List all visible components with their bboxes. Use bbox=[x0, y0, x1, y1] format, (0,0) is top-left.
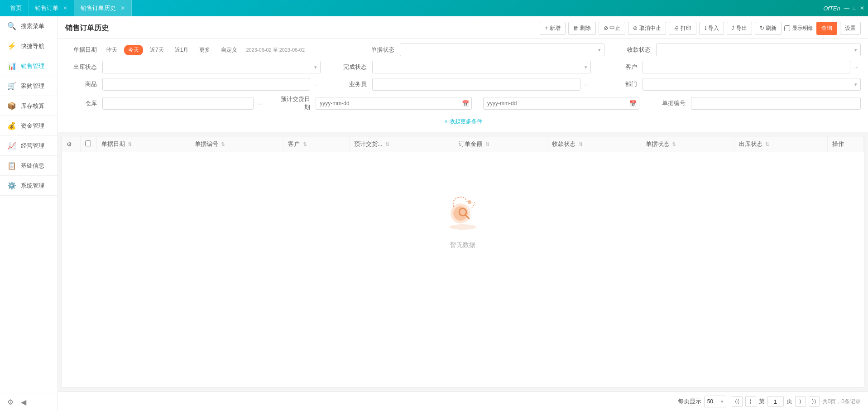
date-tag-more[interactable]: 更多 bbox=[195, 45, 214, 55]
filter-row-1: 单据日期 昨天 今天 近7天 近1月 更多 自定义 2023-06-02 至 2… bbox=[65, 44, 861, 56]
per-page-select[interactable]: 10 20 50 100 bbox=[704, 396, 726, 407]
warehouse-ellipsis[interactable]: ··· bbox=[255, 100, 264, 107]
cancel-stop-button[interactable]: ⊘ 取消中止 bbox=[628, 22, 666, 35]
date-range-text: 2023-06-02 至 2023-06-02 bbox=[246, 47, 305, 53]
complete-status-select[interactable] bbox=[372, 61, 590, 73]
sidebar-item-operations[interactable]: 📈 经营管理 bbox=[0, 136, 58, 156]
new-button[interactable]: + 新增 bbox=[540, 22, 565, 35]
sidebar-item-quicknav-label: 快捷导航 bbox=[21, 42, 44, 50]
th-receipt-status-sort: ⇅ bbox=[579, 141, 583, 147]
delete-button[interactable]: 🗑 删除 bbox=[568, 22, 596, 35]
th-docno[interactable]: 单据编号 ⇅ bbox=[190, 136, 283, 152]
collapse-filters-button[interactable]: ∧ 收起更多条件 bbox=[442, 116, 484, 127]
refresh-button[interactable]: ↻ 刷新 bbox=[755, 22, 782, 35]
per-page-label: 每页显示 bbox=[678, 397, 701, 406]
tab-sales-order[interactable]: 销售订单 ✕ bbox=[29, 0, 74, 16]
minimize-icon[interactable]: — bbox=[844, 5, 849, 11]
tab-sales-order-history-close[interactable]: ✕ bbox=[120, 5, 125, 11]
status-select[interactable] bbox=[400, 44, 604, 56]
filter-row-3: 商品 ··· 业务员 ··· 部门 bbox=[65, 78, 861, 91]
th-customer[interactable]: 客户 ⇅ bbox=[283, 136, 349, 152]
settings-button[interactable]: 设置 bbox=[840, 22, 861, 35]
page-prev-button[interactable]: ⟨ bbox=[745, 396, 756, 407]
customer-ellipsis[interactable]: ··· bbox=[852, 64, 861, 71]
settings-gear-icon[interactable]: ⚙ bbox=[67, 141, 72, 148]
sidebar-item-quicknav[interactable]: ⚡ 快捷导航 bbox=[0, 36, 58, 56]
data-table: ⚙ 单据日期 ⇅ 单据编号 ⇅ bbox=[62, 136, 864, 285]
date-tag-1month[interactable]: 近1月 bbox=[171, 45, 193, 55]
department-wrapper[interactable] bbox=[643, 78, 861, 91]
date-from-wrapper[interactable]: 📅 bbox=[316, 97, 472, 110]
settings-bottom-icon[interactable]: ⚙ bbox=[7, 398, 14, 406]
th-checkbox[interactable] bbox=[80, 136, 96, 152]
tab-home[interactable]: 首页 bbox=[4, 0, 29, 16]
page-first-button[interactable]: ⟨⟨ bbox=[732, 396, 743, 407]
collapse-sidebar-icon[interactable]: ◀ bbox=[21, 398, 26, 406]
th-outbound-status[interactable]: 出库状态 ⇅ bbox=[734, 136, 827, 152]
th-delivery[interactable]: 预计交货... ⇅ bbox=[349, 136, 454, 152]
date-input-pair: 📅 — 📅 bbox=[316, 97, 639, 110]
sidebar-item-system[interactable]: ⚙️ 系统管理 bbox=[0, 176, 58, 196]
sidebar-item-purchase-label: 采购管理 bbox=[21, 82, 44, 90]
th-date-label: 单据日期 bbox=[101, 140, 125, 147]
close-window-icon[interactable]: ✕ bbox=[860, 5, 864, 11]
query-button[interactable]: 查询 bbox=[816, 22, 837, 35]
outbound-status-wrapper[interactable] bbox=[102, 61, 321, 73]
date-tag-custom[interactable]: 自定义 bbox=[217, 45, 241, 55]
department-select[interactable] bbox=[643, 78, 861, 91]
sidebar-item-finance[interactable]: 💰 资金管理 bbox=[0, 116, 58, 136]
product-input[interactable] bbox=[102, 78, 310, 91]
th-amount-label: 订单金额 bbox=[459, 140, 482, 147]
date-to-input[interactable] bbox=[483, 97, 639, 110]
salesperson-input[interactable] bbox=[372, 78, 580, 91]
customer-input[interactable] bbox=[643, 61, 850, 73]
th-date[interactable]: 单据日期 ⇅ bbox=[96, 136, 190, 152]
show-detail-checkbox[interactable] bbox=[784, 25, 790, 31]
date-tag-today[interactable]: 今天 bbox=[124, 45, 143, 55]
sidebar-item-purchase[interactable]: 🛒 采购管理 bbox=[0, 76, 58, 96]
receipt-status-select[interactable] bbox=[656, 44, 861, 56]
sidebar-item-inventory[interactable]: 📦 库存核算 bbox=[0, 96, 58, 116]
complete-status-wrapper[interactable] bbox=[372, 61, 590, 73]
tab-sales-order-close[interactable]: ✕ bbox=[63, 5, 67, 11]
filter-row-4: 仓库 ··· 预计交货日期 📅 — 📅 bbox=[65, 95, 861, 111]
sidebar-item-basics[interactable]: 📋 基础信息 bbox=[0, 156, 58, 176]
th-settings[interactable]: ⚙ bbox=[62, 136, 80, 152]
th-docno-sort: ⇅ bbox=[221, 141, 225, 147]
sidebar-item-basics-label: 基础信息 bbox=[21, 162, 44, 170]
page-input[interactable] bbox=[767, 396, 784, 407]
show-detail-label[interactable]: 显示明细 bbox=[784, 24, 814, 32]
sidebar-item-search[interactable]: 🔍 搜索菜单 bbox=[0, 16, 58, 36]
date-tag-yesterday[interactable]: 昨天 bbox=[102, 45, 121, 55]
page-last-button[interactable]: ⟩⟩ bbox=[809, 396, 820, 407]
salesperson-ellipsis[interactable]: ··· bbox=[582, 81, 591, 88]
show-detail-text: 显示明细 bbox=[792, 24, 814, 32]
product-ellipsis[interactable]: ··· bbox=[312, 81, 321, 88]
status-select-wrapper[interactable] bbox=[400, 44, 604, 56]
warehouse-input[interactable] bbox=[102, 97, 254, 110]
page-next-button[interactable]: ⟩ bbox=[795, 396, 806, 407]
per-page-select-wrapper[interactable]: 10 20 50 100 bbox=[704, 396, 726, 407]
import-button[interactable]: ⤵ 导入 bbox=[699, 22, 724, 35]
doc-number-input[interactable] bbox=[691, 97, 861, 110]
select-all-checkbox[interactable] bbox=[85, 140, 91, 146]
th-action-label: 操作 bbox=[832, 140, 844, 147]
product-label: 商品 bbox=[65, 80, 97, 88]
tab-sales-order-label: 销售订单 bbox=[35, 4, 58, 12]
export-button[interactable]: ⤴ 导出 bbox=[727, 22, 752, 35]
stop-button[interactable]: ⊘ 中止 bbox=[599, 22, 625, 35]
th-receipt-status[interactable]: 收款状态 ⇅ bbox=[547, 136, 641, 152]
th-doc-status[interactable]: 单据状态 ⇅ bbox=[641, 136, 734, 152]
tab-sales-order-history[interactable]: 销售订单历史 ✕ bbox=[74, 0, 132, 16]
date-to-wrapper[interactable]: 📅 bbox=[483, 97, 639, 110]
th-amount[interactable]: 订单金额 ⇅ bbox=[454, 136, 547, 152]
print-button[interactable]: 🖨 打印 bbox=[669, 22, 696, 35]
maximize-icon[interactable]: □ bbox=[853, 5, 856, 11]
calendar-from-icon[interactable]: 📅 bbox=[462, 100, 469, 107]
date-tag-7days[interactable]: 近7天 bbox=[146, 45, 168, 55]
date-from-input[interactable] bbox=[316, 97, 472, 110]
receipt-status-wrapper[interactable] bbox=[656, 44, 861, 56]
calendar-to-icon[interactable]: 📅 bbox=[629, 100, 637, 107]
outbound-status-select[interactable] bbox=[102, 61, 321, 73]
sidebar-item-sales[interactable]: 📊 销售管理 bbox=[0, 56, 58, 76]
